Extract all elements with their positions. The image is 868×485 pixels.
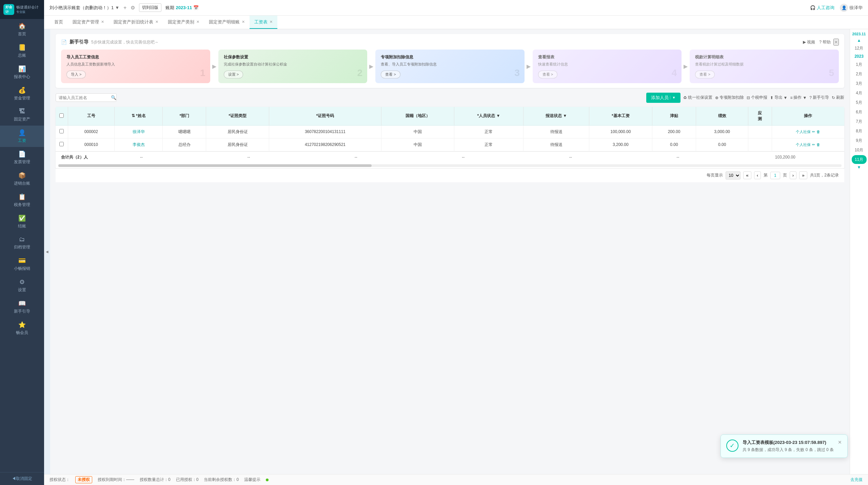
calendar-month-1[interactable]: 1月: [852, 60, 867, 69]
tab-fixed-detail[interactable]: 固定资产明细账 ✕: [204, 16, 250, 29]
toolbar-social-insurance[interactable]: ♻ 统一社保设置: [683, 95, 712, 100]
old-version-btn[interactable]: 切到旧版: [139, 3, 161, 12]
calendar-month-8[interactable]: 8月: [852, 127, 867, 135]
sidebar-item-tax[interactable]: 📋 税务管理: [0, 190, 44, 211]
calendar-month-4[interactable]: 4月: [852, 89, 867, 97]
panel-expand-btn[interactable]: ◀: [44, 29, 50, 474]
sidebar-unfix-btn[interactable]: ◀取消固定: [0, 472, 44, 485]
footer-cell-4: --: [410, 155, 517, 160]
tab-close-fixed-assets-mgmt[interactable]: ✕: [101, 20, 104, 24]
calendar-month-6[interactable]: 6月: [852, 108, 867, 116]
guide-icon: 📖: [18, 300, 26, 307]
sidebar-item-invoices[interactable]: 📄 发票管理: [0, 147, 44, 168]
next-page-btn[interactable]: ›: [790, 171, 796, 179]
tab-close-payroll-table[interactable]: ✕: [270, 20, 273, 24]
invoices-icon: 📄: [18, 150, 26, 158]
guide-step-5-btn[interactable]: 查看 >: [695, 71, 714, 78]
last-page-btn[interactable]: »: [799, 171, 807, 179]
toolbar-operations[interactable]: ≡ 操作 ▼: [790, 95, 807, 100]
sidebar-item-home[interactable]: 🏠 首页: [0, 19, 44, 40]
header-settings-icon[interactable]: ⚙: [131, 5, 135, 11]
sidebar-item-reports[interactable]: 📊 报表中心: [0, 62, 44, 83]
header-service[interactable]: 🎧 人工咨询: [810, 5, 834, 11]
row1-edit-icon[interactable]: ✏: [812, 130, 815, 134]
calendar-icon[interactable]: 📅: [193, 5, 199, 10]
header-add-icon[interactable]: +: [123, 5, 126, 11]
row2-checkbox[interactable]: [59, 142, 64, 146]
calendar-month-7[interactable]: 7月: [852, 117, 867, 126]
add-person-dropdown-icon[interactable]: ▼: [670, 96, 676, 99]
calendar-down-arrow[interactable]: ▼: [856, 164, 862, 170]
calendar-month-9[interactable]: 9月: [852, 136, 867, 145]
status-filter-icon[interactable]: ▼: [496, 113, 500, 118]
guide-close-btn[interactable]: ✕: [833, 39, 839, 45]
prev-page-btn[interactable]: ‹: [754, 171, 761, 179]
tab-close-fixed-detail[interactable]: ✕: [242, 20, 245, 24]
toolbar-guide[interactable]: ? 新手引导: [809, 95, 829, 100]
guide-video-btn[interactable]: ▶ 视频: [803, 39, 815, 45]
row2-name[interactable]: 李俊杰: [115, 138, 163, 151]
calendar-month-5[interactable]: 5月: [852, 98, 867, 107]
calendar-up-arrow[interactable]: ▲: [856, 37, 862, 43]
sidebar-item-expense[interactable]: 💳 小畅报销: [0, 254, 44, 275]
sidebar-item-closing[interactable]: ✅ 结账: [0, 211, 44, 232]
row1-name[interactable]: 徐泽华: [115, 125, 163, 138]
first-page-btn[interactable]: «: [743, 171, 751, 179]
toolbar-tax-report[interactable]: ⊟ 个税申报: [747, 95, 767, 100]
auth-status-badge[interactable]: 未授权: [75, 476, 92, 483]
footer-cell-3: --: [302, 155, 410, 160]
guide-step-1-btn[interactable]: 导入 >: [66, 71, 86, 78]
sidebar-item-inventory[interactable]: 📦 进销台账: [0, 168, 44, 190]
fixed-assets-icon: 🏗: [19, 108, 25, 115]
operations-dropdown-icon: ▼: [803, 95, 807, 100]
row2-emp-no: 000010: [68, 138, 115, 151]
toolbar-export[interactable]: ⬆ 导出 ▼: [770, 95, 788, 100]
calendar-month-10[interactable]: 10月: [852, 146, 867, 154]
count-label: 授权数量总计：0: [140, 477, 171, 483]
calendar-month-11[interactable]: 11月: [852, 155, 867, 164]
charge-link[interactable]: 去充值: [850, 477, 863, 483]
sidebar-item-archive[interactable]: 🗂 归档管理: [0, 232, 44, 254]
toolbar-refresh[interactable]: ↻ 刷新: [832, 95, 844, 100]
calendar-month-2[interactable]: 2月: [852, 70, 867, 78]
sidebar-item-guide[interactable]: 📖 新手引导: [0, 296, 44, 318]
page-size-select[interactable]: 10 20 50: [726, 171, 741, 180]
add-person-btn[interactable]: 添加人员 ▼: [646, 93, 680, 103]
sidebar-item-ledger[interactable]: 📒 总账: [0, 40, 44, 62]
tab-home[interactable]: 首页: [50, 16, 68, 29]
row2-action-social[interactable]: 个人社保: [796, 142, 811, 147]
guide-step-4-btn[interactable]: 查看 >: [538, 71, 557, 78]
sidebar-item-payroll[interactable]: 👤 工资: [0, 126, 44, 147]
select-all-checkbox[interactable]: [59, 113, 64, 118]
guide-step-3-btn[interactable]: 查看 >: [381, 71, 400, 78]
tab-fixed-category[interactable]: 固定资产类别 ✕: [163, 16, 204, 29]
report-status-filter-icon[interactable]: ▼: [563, 113, 567, 118]
calendar-month-3[interactable]: 3月: [852, 79, 867, 88]
calendar-month-12[interactable]: 12月: [852, 44, 867, 53]
tab-payroll-table[interactable]: 工资表 ✕: [250, 16, 277, 29]
account-dropdown-icon[interactable]: ▼: [115, 5, 119, 10]
row2-edit-icon[interactable]: ✏: [812, 143, 815, 147]
tab-fixed-assets-mgmt[interactable]: 固定资产管理 ✕: [68, 16, 109, 29]
sidebar-item-settings[interactable]: ⚙ 设置: [0, 275, 44, 296]
toolbar-deduction[interactable]: ⊕ 专项附加扣除: [715, 95, 744, 100]
row1-checkbox[interactable]: [59, 129, 64, 133]
closing-icon: ✅: [18, 214, 26, 222]
row2-delete-icon[interactable]: 🗑: [816, 143, 820, 147]
tab-close-depreciation[interactable]: ✕: [155, 20, 158, 24]
row1-delete-icon[interactable]: 🗑: [816, 130, 820, 134]
guide-help-btn[interactable]: ? 帮助: [819, 39, 831, 45]
total-label: 共1页，2条记录: [810, 172, 839, 178]
tab-close-fixed-category[interactable]: ✕: [196, 20, 199, 24]
sidebar-item-funds[interactable]: 💰 资金管理: [0, 83, 44, 105]
search-input[interactable]: [59, 95, 110, 100]
sidebar-item-fixed-assets[interactable]: 🏗 固定资产: [0, 105, 44, 126]
toast-close-btn[interactable]: ✕: [838, 440, 842, 445]
sidebar-item-member[interactable]: ⭐ 畅会员: [0, 318, 44, 339]
row1-base-salary: 100,000.00: [589, 125, 652, 138]
guide-step-2-btn[interactable]: 设置 >: [224, 71, 243, 78]
tab-depreciation[interactable]: 固定资产折旧统计表 ✕: [109, 16, 163, 29]
search-icon[interactable]: 🔍: [111, 95, 116, 100]
row1-action-social[interactable]: 个人社保: [796, 129, 811, 134]
guide-video-help: ▶ 视频 ? 帮助: [803, 39, 831, 45]
